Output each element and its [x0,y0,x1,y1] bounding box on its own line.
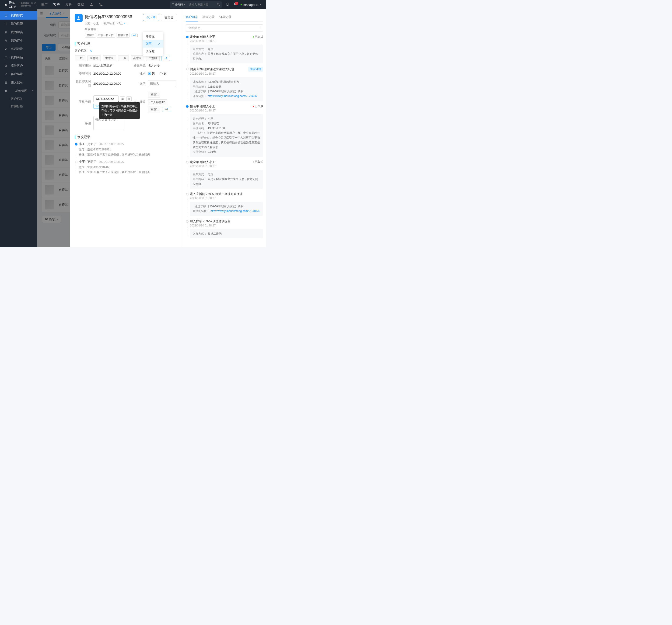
nav-user-icon[interactable] [90,3,93,7]
sidebar-icon: ⊞ [5,22,8,26]
main: ☰ 个人活码 ✕ 我 项目 请选择▾ 运营期次 请选择▾ [37,9,266,247]
sidebar-item-5[interactable]: ◫我的商品 [0,53,37,61]
sidebar-icon: ✎ [5,39,8,43]
dynamics-filter[interactable]: 全部动态▾ [186,24,263,31]
cloud-icon [4,2,7,7]
dynamics-item: 进入直播间 759-59班第三期理财直播课2021/01/30 01:38:27… [190,192,263,216]
sidebar-icon: ⇄ [5,73,8,76]
dynamics-item: 定金单 创建人小王已完成2020/01/30 01:38:27跟单方式：电话跟单… [190,35,263,64]
edit-tags-icon[interactable]: ✎ [90,49,92,53]
mgr-dropdown-icon[interactable]: ▴ [124,22,125,25]
svg-point-3 [227,5,228,5]
dynamics-item: 购买 4399理财课进阶课程大礼包查看详情2021/01/30 01:38:27… [190,67,263,101]
mobile-icon[interactable] [225,3,230,7]
history-item: 小王更新了2021/01/30 01:38:27微信：空值-1367218282… [79,142,177,156]
history-item: 小王更新了2021/01/30 01:38:27微信：空值-1367218282… [79,160,177,174]
customer-tag: 一般 [75,55,86,61]
tags-more[interactable]: +4 [162,56,170,61]
nav-customer[interactable]: 客户 [53,3,60,7]
sidebar-item-0[interactable]: ◷我的好友 [0,11,37,20]
sidebar-icon: ⊘ [5,64,8,68]
link[interactable]: http://www.yunduoketang.com/?123456 [211,209,260,213]
top-right: 手机号码 ▾ 5 manager11 ▾ [170,1,266,8]
sidebar-icon: ⚙ [5,89,8,93]
sidebar-icon: ◫ [5,56,8,59]
logo-text: 云朵CRM [9,1,18,9]
proxy-order-button[interactable]: 代下单 [143,14,159,21]
topnav: 推广 客户 质检 数据 [37,3,103,7]
svg-point-1 [217,3,219,5]
customer-tag: 中意向 [146,55,160,61]
user-menu[interactable]: manager11 ▾ [241,3,261,6]
customer-drawer: 微信名称6789990000966 昵称：小王 | 客户经理：张三 ▴ | 所在… [70,9,266,247]
sidebar-item-9[interactable]: ⚙标签管理⌃ [0,87,37,95]
friend-source-value: 名片分享 [148,64,177,68]
chevron-down-icon: ▾ [260,3,261,6]
bell-icon[interactable]: 5 [233,3,237,7]
ptag-more[interactable]: +4 [162,107,171,112]
customer-title: 微信名称6789990000966 [85,14,143,20]
sidebar-item-8[interactable]: ☰删人记录 [0,78,37,87]
last-chat-value: 2021/09/10 12:00:00 [93,82,131,85]
deposit-button[interactable]: 交定金 [161,14,177,21]
search-icon[interactable] [215,3,222,7]
search-group: 手机号码 ▾ [170,1,222,8]
view-detail-button[interactable]: 查看详情 [248,67,263,72]
customer-tag: 一般 [118,55,129,61]
rtab-chat[interactable]: 聊天记录 [202,13,215,22]
nav-data[interactable]: 数据 [77,3,84,7]
dynamics-item: 定金单 创建人小王已取消2020/01/30 01:38:27跟单方式：电话跟单… [190,160,263,189]
svg-point-0 [91,3,92,4]
sidebar: ◷我的好友⊞我的群聊⚲我的学员✎我的订单✆电话记录◫我的商品⊘流失客户⇄客户继承… [0,9,37,247]
sidebar-icon: ⚲ [5,30,8,34]
rtab-orders[interactable]: 订单记录 [219,13,232,22]
customer-icon [75,14,82,22]
nav-phone-icon[interactable] [99,3,103,7]
nav-qc[interactable]: 质检 [65,3,72,7]
search-type-select[interactable]: 手机号码 ▾ [170,3,187,7]
sidebar-item-4[interactable]: ✆电话记录 [0,45,37,53]
notif-badge: 5 [235,2,238,5]
dd-item-2[interactable]: 俱保咏 [143,48,163,55]
sidebar-sub-customer-tag[interactable]: 客户标签 [0,95,37,103]
link[interactable]: http://www.yunduoketang.com/?123456 [208,95,257,98]
dynamics-item: 报名单 创建人小王已失败2020/01/30 01:38:27客户经理：小王客户… [190,104,263,157]
sidebar-item-7[interactable]: ⇄客户继承 [0,70,37,78]
section-info-title: 客户信息 [77,42,90,46]
search-input[interactable] [187,3,215,6]
sidebar-item-3[interactable]: ✎我的订单 [0,36,37,45]
wechat-input[interactable] [148,80,176,87]
group-tag: 群聊六群 [116,33,130,38]
customer-tag: 高意向 [131,55,144,61]
dd-item-1[interactable]: 张三✓ [143,40,163,48]
radio-male[interactable]: 男 [148,71,155,76]
rtab-dynamics[interactable]: 客户动态 [186,13,198,22]
right-tabs: 客户动态 聊天记录 订单记录 [186,13,263,22]
phone-copy-icon[interactable]: ⧉ [126,96,131,101]
svg-point-4 [78,16,79,18]
group-tag: 群聊一群大群 [97,33,115,38]
phone-input[interactable] [93,95,119,102]
phone-tooltip: 查询到此手机号码在系统中已存在，可以将两条客户数据合并为一条 [99,102,140,119]
dd-item-0[interactable]: 师馨薇 [143,33,163,40]
chevron-icon: ⌃ [32,90,33,92]
phone-lookup-icon[interactable]: ▦ [120,96,125,101]
sidebar-item-1[interactable]: ⊞我的群聊 [0,20,37,28]
customer-tag: 高意向 [87,55,101,61]
sidebar-icon: ◷ [5,14,8,17]
radio-female[interactable]: 女 [160,71,167,76]
sidebar-item-6[interactable]: ⊘流失客户 [0,61,37,70]
status-dot [241,4,242,5]
sidebar-item-2[interactable]: ⚲我的学员 [0,28,37,36]
nav-promo[interactable]: 推广 [41,3,48,7]
customer-tag-label: 客户标签 [75,49,87,53]
logo: 云朵CRM 教育机构一站 式服务云平台 [0,1,37,9]
sidebar-sub-group-tag[interactable]: 群聊标签 [0,103,37,110]
group-more[interactable]: +4 [131,33,138,37]
sidebar-icon: ☰ [5,81,8,84]
logo-sub: 教育机构一站 式服务云平台 [19,2,37,7]
dynamics-item: 加入群聊 759-59班理财训练营2021/01/30 01:38:27入群方式… [190,219,263,238]
customer-tag: 中意向 [103,55,116,61]
gender-radios: 男 女 [148,71,177,76]
section-history-title: 修改记录 [77,135,90,139]
